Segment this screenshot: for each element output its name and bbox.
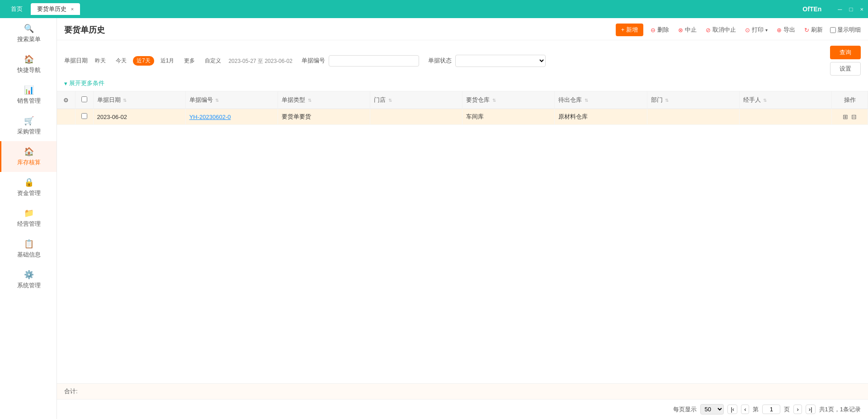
date-tab-today[interactable]: 今天 bbox=[112, 56, 130, 66]
table-container: ⚙ 单据日期 ⇅ 单据编号 ⇅ bbox=[57, 91, 868, 383]
date-tab-yesterday[interactable]: 昨天 bbox=[91, 56, 109, 66]
tab-bar: 首页 要货单历史 × bbox=[5, 3, 802, 15]
prev-page-btn[interactable]: ‹ bbox=[741, 405, 749, 414]
date-tab-custom[interactable]: 自定义 bbox=[201, 56, 225, 66]
sort-req-warehouse-icon[interactable]: ⇅ bbox=[492, 98, 496, 103]
page-size-select[interactable]: 50 100 200 bbox=[700, 404, 724, 414]
status-select[interactable] bbox=[455, 55, 546, 67]
tab-close-icon[interactable]: × bbox=[71, 6, 74, 12]
refresh-icon: ↻ bbox=[804, 27, 809, 33]
tab-active[interactable]: 要货单历史 × bbox=[31, 3, 80, 15]
billno-link[interactable]: YH-20230602-0 bbox=[189, 114, 231, 120]
delete-icon: ⊖ bbox=[651, 27, 656, 33]
close-window-btn[interactable]: × bbox=[860, 6, 863, 13]
action-buttons: 查询 设置 bbox=[830, 46, 861, 76]
total-pages-info: 共1页，1条记录 bbox=[819, 405, 861, 414]
sidebar-item-search[interactable]: 🔍 搜索菜单 bbox=[0, 18, 57, 49]
sort-date-icon[interactable]: ⇅ bbox=[123, 98, 127, 103]
refresh-button[interactable]: ↻ 刷新 bbox=[802, 25, 825, 35]
status-filter-label: 单据状态 bbox=[428, 57, 452, 65]
row-more-btn[interactable]: ⊟ bbox=[851, 113, 857, 120]
filter-row: 单据日期 昨天 今天 近7天 近1月 更多 自定义 2023-05-27 至 2… bbox=[64, 46, 861, 76]
stop-button[interactable]: ⊗ 中止 bbox=[676, 25, 698, 35]
sidebar-item-sales[interactable]: 📊 销售管理 bbox=[0, 80, 57, 110]
sort-billno-icon[interactable]: ⇅ bbox=[215, 98, 219, 103]
select-all-checkbox[interactable] bbox=[81, 96, 87, 102]
gear-icon: ⚙️ bbox=[24, 270, 34, 280]
sort-handler-icon[interactable]: ⇅ bbox=[763, 98, 767, 103]
date-range-display: 2023-05-27 至 2023-06-02 bbox=[228, 57, 292, 65]
sidebar-item-basic[interactable]: 📋 基础信息 bbox=[0, 233, 57, 264]
date-tab-7days[interactable]: 近7天 bbox=[133, 56, 154, 66]
cancel-stop-icon: ⊘ bbox=[706, 27, 711, 33]
cancel-stop-button[interactable]: ⊘ 取消中止 bbox=[704, 25, 738, 35]
page-suffix: 页 bbox=[784, 405, 790, 414]
page-title: 要货单历史 bbox=[64, 24, 105, 35]
sidebar-item-finance[interactable]: 🔒 资金管理 bbox=[0, 172, 57, 203]
column-settings-icon[interactable]: ⚙ bbox=[63, 97, 69, 104]
query-button[interactable]: 查询 bbox=[830, 46, 861, 59]
table-row: 2023-06-02 YH-20230602-0 要货单要货 车间库 原材料仓库… bbox=[57, 109, 868, 125]
sidebar-item-inventory[interactable]: 🏠 库存核算 bbox=[0, 141, 57, 172]
row-req-warehouse: 车间库 bbox=[462, 109, 555, 125]
row-billno: YH-20230602-0 bbox=[185, 109, 278, 125]
lock-icon: 🔒 bbox=[24, 177, 34, 187]
next-page-btn[interactable]: › bbox=[793, 405, 802, 414]
delete-button[interactable]: ⊖ 删除 bbox=[649, 25, 671, 35]
minimize-btn[interactable]: ─ bbox=[838, 6, 842, 13]
print-button[interactable]: ⊙ 打印 ▾ bbox=[743, 25, 769, 35]
date-tab-more[interactable]: 更多 bbox=[180, 56, 198, 66]
new-button[interactable]: + 新增 bbox=[616, 24, 643, 36]
billno-input[interactable] bbox=[329, 55, 419, 67]
status-filter-group: 单据状态 bbox=[428, 55, 546, 67]
export-button[interactable]: ⊕ 导出 bbox=[775, 25, 797, 35]
page-number-input[interactable] bbox=[762, 405, 780, 414]
folder-icon: 📁 bbox=[24, 208, 34, 218]
chart-icon: 📊 bbox=[24, 85, 34, 95]
row-pending-warehouse: 原材料仓库 bbox=[555, 109, 647, 125]
table-footer: 合计: bbox=[57, 383, 868, 399]
sidebar: 🔍 搜索菜单 🏠 快捷导航 📊 销售管理 🛒 采购管理 🏠 库存核算 🔒 资金管… bbox=[0, 18, 57, 419]
date-tab-1month[interactable]: 近1月 bbox=[157, 56, 178, 66]
table-header: ⚙ 单据日期 ⇅ 单据编号 ⇅ bbox=[57, 91, 868, 109]
inventory-icon: 🏠 bbox=[24, 147, 34, 157]
data-table: ⚙ 单据日期 ⇅ 单据编号 ⇅ bbox=[57, 91, 868, 125]
col-billno: 单据编号 ⇅ bbox=[185, 91, 278, 109]
tab-home[interactable]: 首页 bbox=[5, 3, 29, 15]
row-edit-btn[interactable]: ⊞ bbox=[843, 113, 848, 120]
page-header: 要货单历史 + 新增 ⊖ 删除 ⊗ 中止 ⊘ 取消中止 bbox=[57, 18, 868, 40]
first-page-btn[interactable]: |‹ bbox=[727, 405, 737, 414]
display-detail-button[interactable]: 显示明细 bbox=[830, 26, 861, 34]
expand-more-btn[interactable]: ▾ 展开更多条件 bbox=[64, 79, 861, 87]
sidebar-item-system[interactable]: ⚙️ 系统管理 bbox=[0, 264, 57, 295]
print-icon: ⊙ bbox=[745, 27, 750, 33]
last-page-btn[interactable]: ›| bbox=[806, 405, 816, 414]
sort-type-icon[interactable]: ⇅ bbox=[308, 98, 311, 103]
col-pending-warehouse: 待出仓库 ⇅ bbox=[555, 91, 647, 109]
filter-settings-button[interactable]: 设置 bbox=[830, 62, 861, 76]
window-controls: OfTEn ─ □ × bbox=[802, 5, 863, 13]
maximize-btn[interactable]: □ bbox=[849, 6, 853, 13]
row-handler bbox=[739, 109, 831, 125]
sidebar-item-purchase[interactable]: 🛒 采购管理 bbox=[0, 110, 57, 141]
col-operation: 操作 bbox=[832, 91, 868, 109]
row-checkbox[interactable] bbox=[81, 113, 87, 119]
export-icon: ⊕ bbox=[777, 27, 782, 33]
sort-pending-warehouse-icon[interactable]: ⇅ bbox=[585, 98, 588, 103]
col-store: 门店 ⇅ bbox=[370, 91, 462, 109]
row-checkbox-cell bbox=[75, 109, 93, 125]
display-detail-checkbox[interactable] bbox=[830, 27, 836, 33]
header-row: ⚙ 单据日期 ⇅ 单据编号 ⇅ bbox=[57, 91, 868, 109]
stop-icon: ⊗ bbox=[678, 27, 683, 33]
col-req-warehouse: 要货仓库 ⇅ bbox=[462, 91, 555, 109]
print-dropdown-icon: ▾ bbox=[765, 28, 768, 33]
col-department: 部门 ⇅ bbox=[647, 91, 739, 109]
main-layout: 🔍 搜索菜单 🏠 快捷导航 📊 销售管理 🛒 采购管理 🏠 库存核算 🔒 资金管… bbox=[0, 18, 868, 419]
billno-filter-group: 单据编号 bbox=[302, 55, 419, 67]
sidebar-item-quicknav[interactable]: 🏠 快捷导航 bbox=[0, 49, 57, 80]
sort-department-icon[interactable]: ⇅ bbox=[665, 98, 669, 103]
page-label: 第 bbox=[753, 405, 759, 414]
billno-filter-label: 单据编号 bbox=[302, 57, 325, 65]
sidebar-item-operation[interactable]: 📁 经营管理 bbox=[0, 203, 57, 233]
sort-store-icon[interactable]: ⇅ bbox=[388, 98, 392, 103]
